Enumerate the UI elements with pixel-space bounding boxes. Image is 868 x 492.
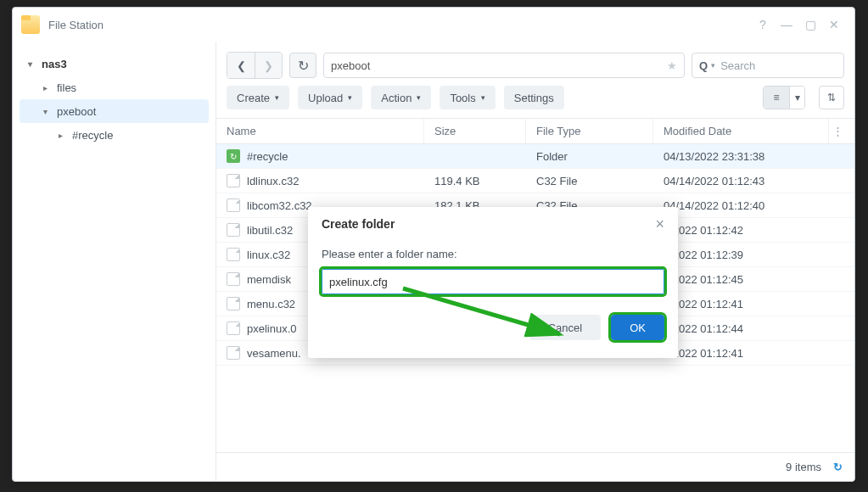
file-icon [227,321,240,335]
statusbar: 9 items ↻ [216,452,854,481]
file-icon [227,198,240,212]
folder-icon: ↻ [227,149,240,163]
tools-button[interactable]: Tools▾ [440,86,495,109]
file-modified: 4/2022 01:12:41 [653,347,854,360]
file-modified: 04/14/2022 01:12:40 [653,199,854,212]
nav-forward-button[interactable]: ❯ [255,53,282,78]
file-icon [227,223,240,237]
chevron-down-icon: ▾ [43,107,53,116]
file-name: linux.c32 [247,249,290,261]
window-title: File Station [48,19,104,31]
file-icon [227,297,240,310]
settings-button[interactable]: Settings [504,86,564,109]
chevron-right-icon: ▸ [59,131,69,140]
list-view-drop[interactable]: ▾ [789,87,804,109]
file-icon [227,346,240,360]
path-input[interactable]: pxeboot ★ [323,53,685,78]
file-type: Folder [526,150,653,163]
file-name: memdisk [247,273,291,286]
create-folder-dialog: Create folder × Please enter a folder na… [308,207,678,358]
file-name: ldlinux.c32 [247,175,299,187]
table-header: Name Size File Type Modified Date ⋮ [216,119,854,144]
file-name: menu.c32 [247,298,295,310]
dialog-close-button[interactable]: × [655,215,664,233]
titlebar: File Station ? — ▢ ✕ [13,8,854,42]
tree-root[interactable]: ▾ nas3 [13,52,216,75]
item-count: 9 items [786,461,821,473]
col-size[interactable]: Size [424,119,526,143]
nav-back-button[interactable]: ❮ [227,53,255,78]
file-modified: 04/14/2022 01:12:43 [653,175,854,187]
app-icon [21,15,40,34]
table-row[interactable]: ldlinux.c32119.4 KBC32 File04/14/2022 01… [216,169,854,193]
tree-item-files[interactable]: ▸ files [13,75,216,99]
file-icon [227,174,240,187]
cancel-button[interactable]: Cancel [529,315,601,340]
col-name[interactable]: Name [216,119,424,143]
file-name: libcom32.c32 [247,199,312,212]
columns-menu[interactable]: ⋮ [829,125,846,137]
dialog-title: Create folder [322,217,395,231]
toolbar: Create▾ Upload▾ Action▾ Tools▾ Settings … [216,86,854,118]
close-button[interactable]: ✕ [822,13,846,36]
pathbar: ❮ ❯ ↻ pxeboot ★ Q ▾ Search [216,42,854,86]
maximize-button[interactable]: ▢ [798,13,822,36]
search-icon: Q [699,59,708,72]
ok-button[interactable]: OK [611,315,664,340]
tree-item-pxeboot[interactable]: ▾ pxeboot [20,99,209,123]
list-view-button[interactable]: ≡ [764,87,789,109]
chevron-down-icon: ▾ [28,59,38,69]
file-name: #recycle [247,150,288,163]
upload-button[interactable]: Upload▾ [298,86,362,109]
minimize-button[interactable]: — [775,13,798,36]
create-button[interactable]: Create▾ [227,86,289,109]
search-input[interactable]: Q ▾ Search [692,53,844,78]
chevron-down-icon: ▾ [711,61,715,70]
table-row[interactable]: ↻#recycleFolder04/13/2022 23:31:38 [216,144,854,169]
file-modified: 4/2022 01:12:39 [653,249,854,261]
chevron-right-icon: ▸ [43,83,53,92]
col-type[interactable]: File Type [526,119,653,143]
file-modified: 4/2022 01:12:41 [653,298,854,310]
dialog-label: Please enter a folder name: [322,248,664,260]
file-name: libutil.c32 [247,224,293,237]
star-icon[interactable]: ★ [667,59,677,72]
file-modified: 04/13/2022 23:31:38 [653,150,854,163]
sort-button[interactable]: ⇅ [819,86,844,109]
sidebar: ▾ nas3 ▸ files ▾ pxeboot ▸ #recycle [13,42,216,481]
file-type: C32 File [526,175,653,187]
file-name: vesamenu. [247,347,301,360]
file-modified: 4/2022 01:12:44 [653,322,854,335]
col-modified[interactable]: Modified Date [653,119,829,143]
file-modified: 4/2022 01:12:45 [653,273,854,286]
file-icon [227,248,240,261]
file-modified: 4/2022 01:12:42 [653,224,854,237]
refresh-button[interactable]: ↻ [289,53,316,78]
folder-name-input[interactable] [322,269,664,294]
refresh-icon[interactable]: ↻ [833,461,843,473]
file-icon [227,272,240,286]
file-name: pxelinux.0 [247,322,297,335]
action-button[interactable]: Action▾ [371,86,431,109]
file-size: 119.4 KB [424,175,526,187]
help-button[interactable]: ? [751,13,775,36]
tree-item-recycle[interactable]: ▸ #recycle [13,123,216,147]
